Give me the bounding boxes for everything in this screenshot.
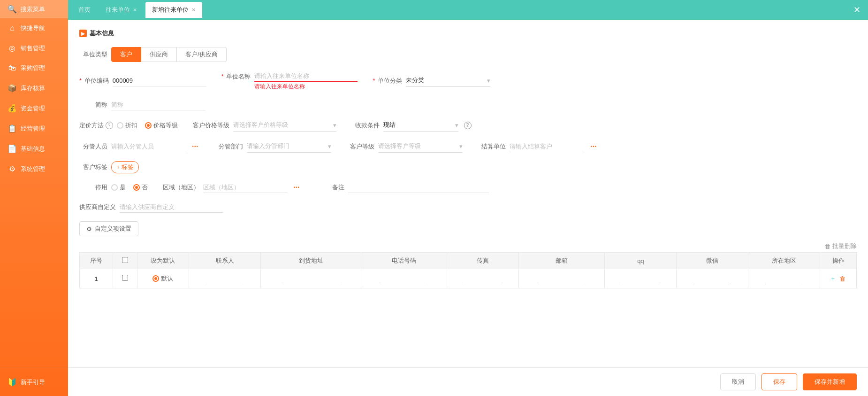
fax-input[interactable] — [464, 273, 502, 284]
sidebar-item-operation[interactable]: 📋 经营管理 — [0, 118, 68, 139]
short-name-row: 简称 — [79, 99, 857, 110]
customer-level-label: 客户等级 — [346, 142, 374, 151]
tab-partner-close[interactable]: ✕ — [133, 8, 137, 13]
short-name-input[interactable] — [111, 99, 205, 110]
settlement-unit-input[interactable] — [510, 141, 585, 152]
tab-new-partner-label: 新增往来单位 — [152, 6, 189, 14]
pricing-row: 定价方法 ? 折扣 价格等级 客户 — [79, 119, 857, 132]
sidebar-label-quick-nav: 快捷导航 — [21, 24, 45, 32]
short-name-field: 简称 — [79, 99, 205, 110]
sales-icon: ◎ — [8, 44, 17, 53]
payment-help-icon[interactable]: ? — [464, 122, 472, 129]
manager-input[interactable] — [111, 141, 186, 152]
home-icon: ⌂ — [8, 24, 17, 32]
sidebar-item-inventory[interactable]: 📦 库存核算 — [0, 78, 68, 98]
required-star-code: * — [79, 77, 82, 84]
payment-terms-label: 收款条件 — [351, 121, 380, 130]
customer-tag-row: 客户标签 + 标签 — [79, 161, 857, 173]
customer-price-level-label: 客户价格等级 — [193, 121, 229, 130]
unit-btn-customer[interactable]: 客户 — [111, 47, 141, 62]
sidebar-label-finance: 资金管理 — [21, 104, 45, 113]
radio-yes[interactable]: 是 — [111, 183, 126, 192]
gear-icon: ⚙ — [86, 225, 92, 233]
custom-settings-label: 自定义项设置 — [95, 225, 131, 233]
remark-label: 备注 — [316, 183, 344, 192]
sidebar-item-system[interactable]: ⚙ 系统管理 — [0, 159, 68, 179]
sidebar-search[interactable]: 🔍 搜索菜单 — [0, 0, 68, 18]
save-and-new-button[interactable]: 保存并新增 — [803, 373, 857, 390]
wechat-input[interactable] — [693, 273, 731, 284]
tab-new-partner[interactable]: 新增往来单位 ✕ — [145, 2, 202, 18]
unit-btn-both[interactable]: 客户/供应商 — [177, 47, 227, 62]
radio-price-level[interactable]: 价格等级 — [145, 121, 178, 130]
footer-bar: 取消 保存 保存并新增 — [68, 367, 868, 396]
table-row: 1 默认 — [80, 269, 857, 288]
unit-name-input[interactable] — [254, 70, 358, 82]
pricing-radio-group: 折扣 价格等级 — [117, 121, 178, 130]
sidebar-item-basic-info[interactable]: 📄 基础信息 — [0, 139, 68, 159]
custom-settings-button[interactable]: ⚙ 自定义项设置 — [79, 221, 138, 236]
required-star-cat: * — [373, 77, 375, 84]
customer-level-chevron: ▾ — [459, 143, 463, 150]
row-default-radio[interactable]: 默认 — [142, 274, 184, 283]
batch-delete-button[interactable]: 🗑 批量删除 — [824, 242, 857, 250]
unit-btn-supplier[interactable]: 供应商 — [141, 47, 177, 62]
tab-partner[interactable]: 往来单位 ✕ — [99, 2, 144, 18]
col-action: 操作 — [820, 253, 857, 269]
sidebar: 🔍 搜索菜单 ⌂ 快捷导航 ◎ 销售管理 🛍 采购管理 📦 库存核算 💰 资金管… — [0, 0, 68, 396]
email-input[interactable] — [538, 273, 585, 284]
default-radio-label: 默认 — [161, 274, 173, 283]
radio-no-label: 否 — [142, 183, 148, 192]
row-checkbox[interactable] — [122, 275, 128, 281]
payment-terms-chevron: ▾ — [455, 122, 458, 129]
select-all-checkbox[interactable] — [122, 257, 128, 263]
region-label: 区域（地区） — [163, 183, 199, 192]
tag-add-button[interactable]: + 标签 — [111, 161, 139, 173]
sidebar-item-guide[interactable]: 🔰 新手引导 — [0, 372, 68, 392]
pricing-help-icon[interactable]: ? — [106, 122, 113, 129]
unit-code-input[interactable] — [113, 75, 206, 86]
unit-category-select[interactable]: 未分类 ▾ — [406, 74, 490, 87]
manager-more-btn[interactable]: ··· — [190, 142, 200, 151]
region-more-btn[interactable]: ··· — [291, 183, 301, 192]
sidebar-label-basic-info: 基础信息 — [21, 145, 45, 153]
tab-new-partner-close[interactable]: ✕ — [191, 8, 196, 13]
cell-checkbox — [113, 269, 137, 288]
unit-type-label: 单位类型 — [79, 50, 107, 59]
row-add-btn[interactable]: + — [831, 275, 835, 282]
save-button[interactable]: 保存 — [761, 373, 797, 390]
sidebar-item-quick-nav[interactable]: ⌂ 快捷导航 — [0, 18, 68, 38]
remark-input[interactable] — [348, 182, 489, 193]
contacts-table: 序号 设为默认 联系人 到货地址 电话号码 传真 邮箱 qq 微信 所在地区 操… — [79, 252, 857, 288]
qq-input[interactable] — [622, 273, 659, 284]
settlement-unit-more-btn[interactable]: ··· — [588, 142, 598, 151]
row-delete-btn[interactable]: 🗑 — [839, 275, 845, 282]
customer-price-level-select[interactable]: 请选择客户价格等级 ▾ — [233, 119, 336, 132]
sidebar-item-finance[interactable]: 💰 资金管理 — [0, 98, 68, 118]
batch-delete-label: 批量删除 — [832, 242, 857, 250]
payment-terms-select[interactable]: 现结 ▾ — [383, 119, 458, 132]
tab-home[interactable]: 首页 — [72, 2, 97, 18]
radio-no[interactable]: 否 — [133, 183, 148, 192]
contact-input[interactable] — [206, 273, 244, 284]
customer-tag-label: 客户标签 — [79, 163, 107, 171]
department-select[interactable]: 请输入分管部门 ▾ — [247, 140, 331, 153]
disabled-radio-group: 是 否 — [111, 183, 148, 192]
unit-main-row: * 单位编码 * 单位名称 请输入往来单位名称 — [79, 70, 857, 91]
col-address: 到货地址 — [261, 253, 361, 269]
global-close-button[interactable]: ✕ — [850, 5, 864, 15]
radio-discount[interactable]: 折扣 — [117, 121, 137, 130]
unit-name-label: * 单位名称 — [221, 70, 251, 81]
sidebar-item-purchase[interactable]: 🛍 采购管理 — [0, 58, 68, 78]
phone-input[interactable] — [381, 273, 427, 284]
customer-level-select[interactable]: 请选择客户等级 ▾ — [378, 140, 463, 153]
col-contact: 联系人 — [189, 253, 261, 269]
supplier-custom-input[interactable] — [120, 202, 223, 213]
address-input[interactable] — [283, 273, 339, 284]
department-placeholder: 请输入分管部门 — [247, 142, 289, 150]
location-input[interactable] — [765, 273, 803, 284]
region-input[interactable] — [203, 182, 288, 193]
unit-name-error: 请输入往来单位名称 — [254, 83, 358, 91]
cancel-button[interactable]: 取消 — [720, 373, 756, 390]
sidebar-item-sales[interactable]: ◎ 销售管理 — [0, 38, 68, 58]
